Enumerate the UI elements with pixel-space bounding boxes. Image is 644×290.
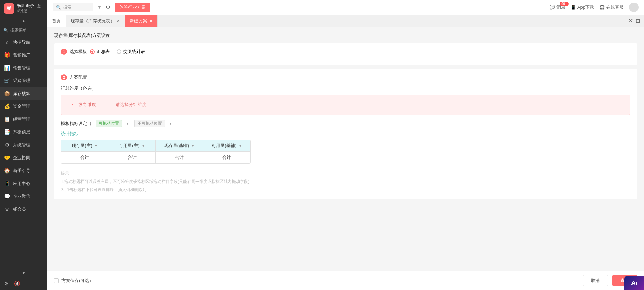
sidebar-scroll-up[interactable]: ▲: [0, 17, 47, 25]
scheme-save-row: 方案保存(可选): [54, 277, 91, 284]
non-draggable-badge: 不可拖动位置: [134, 120, 165, 127]
summary-radio-label: 汇总表: [97, 49, 110, 55]
sidebar-item-sales[interactable]: 📊 销售管理: [0, 62, 47, 74]
tab-home[interactable]: 首页: [47, 15, 66, 27]
tips-title: 提示：: [61, 171, 73, 176]
col-available-main[interactable]: 可用量(主) ▼ 合计: [108, 140, 156, 163]
tip-item-2: 2. 点击标题栏下拉可设置排序、插入列和删除列: [61, 186, 630, 194]
expand-icon[interactable]: ⊡: [636, 18, 640, 24]
col-available-aux-body: 合计: [203, 152, 250, 163]
col-present-aux[interactable]: 现存量(基辅) ▼ 合计: [156, 140, 203, 163]
col-present-main[interactable]: 现存量(主) ▼ 合计: [61, 140, 108, 163]
operation-icon: 📋: [4, 116, 10, 122]
sidebar-item-system[interactable]: ⚙ 系统管理: [0, 139, 47, 151]
stats-section-title: 统计指标: [61, 131, 630, 137]
cancel-button[interactable]: 取消: [583, 275, 608, 286]
sidebar-item-inventory[interactable]: 📦 库存核算: [0, 87, 47, 100]
sidebar-logo: 畅 畅康通好生意 标准版: [0, 0, 47, 17]
page-content: 现存量(库存状况表)方案设置 1 选择模板 汇总表 交叉统计表: [47, 27, 644, 271]
summary-dim-label: 汇总维度（必选）: [61, 85, 630, 91]
section-template: 1 选择模板 汇总表 交叉统计表: [54, 43, 637, 65]
col-available-aux-chevron[interactable]: ▼: [239, 144, 242, 148]
topbar-gear-icon[interactable]: ⚙: [106, 4, 110, 10]
scheme-save-label: 方案保存(可选): [61, 277, 91, 284]
app-download-label: App下载: [577, 4, 594, 10]
sidebar-item-operation[interactable]: 📋 经营管理: [0, 113, 47, 126]
enterprise-wechat-icon: 💬: [4, 193, 10, 199]
topbar-right: 💬 消息 99+ 📱 App下载 🎧 在线客服: [550, 3, 639, 12]
col-available-aux-header[interactable]: 可用量(基辅) ▼: [203, 140, 250, 152]
settings-icon[interactable]: ⚙: [4, 281, 8, 287]
cross-radio-circle[interactable]: [117, 49, 121, 54]
cross-radio-label: 交叉统计表: [123, 49, 145, 55]
sidebar-item-newbie[interactable]: 🏠 新手引导: [0, 164, 47, 177]
message-badge: 99+: [560, 2, 569, 6]
sidebar-scroll-down[interactable]: ▼: [0, 269, 47, 277]
sidebar-item-label: 系统管理: [13, 142, 30, 148]
stats-table-header: 现存量(主) ▼ 合计 可用量(主) ▼ 合计: [61, 140, 250, 163]
topbar-online-service[interactable]: 🎧 在线客服: [599, 4, 624, 10]
sidebar-item-enterprise[interactable]: 🤝 企业协同: [0, 151, 47, 164]
dimension-selection-box[interactable]: * 纵向维度 —— 请选择分组维度: [61, 95, 630, 115]
sidebar-item-label: 采购管理: [13, 78, 30, 84]
tab-new-scheme[interactable]: 新建方案 ✕: [125, 15, 158, 27]
inventory-icon: 📦: [4, 91, 10, 97]
col-available-main-body: 合计: [108, 152, 155, 163]
sidebar-item-app-center[interactable]: 📱 应用中心: [0, 177, 47, 190]
sound-icon[interactable]: 🔇: [14, 281, 20, 287]
col-available-main-label: 可用量(主): [119, 143, 140, 149]
app-name: 畅康通好生意: [17, 3, 41, 9]
sidebar-item-purchase[interactable]: 🛒 采购管理: [0, 74, 47, 87]
template-cross-radio[interactable]: 交叉统计表: [117, 49, 145, 55]
search-icon: 🔍: [3, 28, 8, 33]
system-icon: ⚙: [4, 142, 10, 148]
main-panel: 🔍 搜索 ▼ ⚙ 体验行业方案 💬 消息 99+ 📱 App下载 🎧 在线客服: [47, 0, 644, 290]
section2-header: 2 方案配置: [61, 74, 630, 80]
sidebar-search-label: 搜索菜单: [10, 27, 27, 33]
sidebar-item-label: 畅会员: [13, 206, 26, 212]
sidebar-item-label: 资金管理: [13, 103, 30, 110]
sidebar: 畅 畅康通好生意 标准版 ▲ 🔍 搜索菜单 ☆ 快捷导航 🎁 营销推广 📊 销售…: [0, 0, 47, 290]
topbar-dropdown-icon[interactable]: ▼: [97, 5, 102, 10]
new-scheme-tab-close-icon[interactable]: ✕: [149, 19, 153, 23]
indicator-setting-prefix: 模板指标设定（: [61, 121, 92, 127]
dim-placeholder: 请选择分组维度: [116, 102, 146, 108]
col-present-aux-label: 现存量(基辅): [164, 143, 189, 149]
col-available-main-chevron[interactable]: ▼: [142, 144, 145, 148]
sidebar-item-member[interactable]: V 畅会员: [0, 203, 47, 216]
col-available-aux[interactable]: 可用量(基辅) ▼ 合计: [203, 140, 250, 163]
indicator-setting-suffix: ）: [169, 121, 173, 127]
col-present-main-header[interactable]: 现存量(主) ▼: [61, 140, 108, 152]
topbar: 🔍 搜索 ▼ ⚙ 体验行业方案 💬 消息 99+ 📱 App下载 🎧 在线客服: [47, 0, 644, 15]
quick-nav-icon: ☆: [4, 39, 10, 45]
col-present-main-chevron[interactable]: ▼: [94, 144, 98, 148]
template-summary-radio[interactable]: 汇总表: [90, 49, 110, 55]
member-icon: V: [4, 206, 10, 212]
col-present-aux-chevron[interactable]: ▼: [191, 144, 194, 148]
summary-radio-circle[interactable]: [90, 49, 95, 54]
sidebar-item-finance[interactable]: 💰 资金管理: [0, 100, 47, 113]
ai-float-button[interactable]: Ai: [624, 276, 644, 290]
sidebar-item-basic-info[interactable]: 📑 基础信息: [0, 126, 47, 139]
sidebar-item-label: 库存核算: [13, 91, 30, 97]
col-present-aux-header[interactable]: 现存量(基辅) ▼: [156, 140, 203, 152]
industry-scheme-button[interactable]: 体验行业方案: [115, 3, 150, 12]
sidebar-item-quick-nav[interactable]: ☆ 快捷导航: [0, 36, 47, 49]
tab-inventory-status[interactable]: 现存量（库存状况表） ✕: [66, 15, 125, 27]
col-available-main-header[interactable]: 可用量(主) ▼: [108, 140, 155, 152]
inventory-status-tab-close-icon[interactable]: ✕: [117, 19, 120, 23]
topbar-app-download[interactable]: 📱 App下载: [571, 4, 594, 10]
user-avatar[interactable]: [629, 3, 639, 12]
sidebar-item-label: 企业微信: [13, 193, 30, 199]
topbar-search-box[interactable]: 🔍 搜索: [53, 3, 93, 11]
sidebar-item-marketing[interactable]: 🎁 营销推广: [0, 49, 47, 62]
app-center-icon: 📱: [4, 180, 10, 187]
topbar-message[interactable]: 💬 消息 99+: [550, 4, 565, 10]
close-tab-icon[interactable]: ✕: [628, 18, 633, 24]
stats-table: 现存量(主) ▼ 合计 可用量(主) ▼ 合计: [61, 140, 251, 164]
sidebar-search[interactable]: 🔍 搜索菜单: [0, 25, 47, 36]
sidebar-item-enterprise-wechat[interactable]: 💬 企业微信: [0, 190, 47, 203]
finance-icon: 💰: [4, 103, 10, 110]
online-service-label: 在线客服: [606, 4, 624, 10]
scheme-save-checkbox[interactable]: [54, 278, 59, 283]
